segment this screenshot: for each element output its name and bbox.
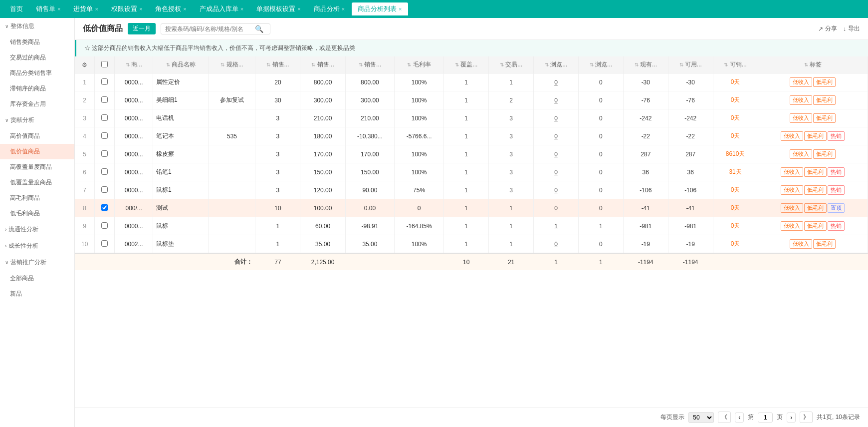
cell-checkbox[interactable] (95, 235, 115, 254)
nav-item-销售单[interactable]: 销售单× (30, 2, 66, 15)
close-icon[interactable]: × (183, 6, 186, 12)
row-checkbox[interactable] (101, 168, 108, 175)
col-header-tags[interactable]: ⇅ 标签 (758, 56, 868, 73)
row-checkbox[interactable] (101, 186, 108, 193)
sort-icon[interactable]: ⇅ (724, 62, 728, 67)
close-icon[interactable]: × (297, 6, 300, 12)
col-header-transaction[interactable]: ⇅ 交易... (489, 56, 534, 73)
sidebar-item-高价值商品[interactable]: 高价值商品 (0, 128, 74, 144)
nav-item-首页[interactable]: 首页 (4, 2, 29, 15)
nav-item-权限设置[interactable]: 权限设置× (105, 2, 148, 15)
row-checkbox[interactable] (101, 222, 108, 229)
sidebar-item-滞销序的商品[interactable]: 滞销序的商品 (0, 81, 74, 96)
col-header-code[interactable]: ⇅ 商... (115, 56, 153, 73)
row-checkbox[interactable] (101, 132, 108, 139)
sidebar-item-低覆盖量度商品[interactable]: 低覆盖量度商品 (0, 175, 74, 190)
col-header-browse2[interactable]: ⇅ 浏览... (578, 56, 623, 73)
nav-item-商品分析[interactable]: 商品分析× (308, 2, 351, 15)
sidebar-item-低价值商品[interactable]: 低价值商品 (0, 144, 74, 159)
cell-checkbox[interactable] (95, 127, 115, 145)
sidebar-item-低毛利商品[interactable]: 低毛利商品 (0, 206, 74, 221)
sidebar-section-整体信息[interactable]: ∨ 整体信息 (0, 18, 74, 34)
sort-icon[interactable]: ⇅ (266, 62, 270, 67)
close-icon[interactable]: × (139, 6, 142, 12)
sort-icon[interactable]: ⇅ (220, 62, 224, 67)
close-icon[interactable]: × (342, 6, 345, 12)
row-checkbox[interactable] (101, 114, 108, 121)
col-header-current_stock[interactable]: ⇅ 现有... (623, 56, 668, 73)
nav-item-进货单[interactable]: 进货单× (67, 2, 104, 15)
close-icon[interactable]: × (399, 6, 402, 12)
first-page-button[interactable]: 《 (718, 412, 731, 423)
sort-icon[interactable]: ⇅ (679, 62, 683, 67)
sort-icon[interactable]: ⇅ (407, 62, 411, 67)
cell-checkbox[interactable] (95, 91, 115, 109)
cell-checkbox[interactable] (95, 181, 115, 199)
close-icon[interactable]: × (240, 6, 243, 12)
search-input[interactable] (165, 25, 255, 32)
row-checkbox[interactable] (101, 78, 108, 85)
close-icon[interactable]: × (57, 6, 60, 12)
col-header-coverage[interactable]: ⇅ 覆盖... (444, 56, 489, 73)
sidebar-section-流通性分析[interactable]: › 流通性分析 (0, 221, 74, 238)
sidebar-section-成长性分析[interactable]: › 成长性分析 (0, 238, 74, 254)
col-header-sale_price[interactable]: ⇅ 销售... (300, 56, 345, 73)
sort-icon[interactable]: ⇅ (359, 62, 363, 67)
select-all-checkbox[interactable] (101, 61, 108, 67)
sort-icon[interactable]: ⇅ (126, 62, 130, 67)
nav-item-角色授权[interactable]: 角色授权× (149, 2, 192, 15)
browse-link[interactable]: 0 (554, 79, 558, 86)
sidebar-item-商品分类销售率[interactable]: 商品分类销售率 (0, 65, 74, 81)
col-header-sale_qty[interactable]: ⇅ 销售... (255, 56, 300, 73)
col-header-spec[interactable]: ⇅ 规格... (209, 56, 255, 73)
cell-checkbox[interactable] (95, 145, 115, 163)
sidebar-item-销售类商品[interactable]: 销售类商品 (0, 34, 74, 50)
sidebar-item-高毛利商品[interactable]: 高毛利商品 (0, 190, 74, 206)
col-header-name[interactable]: ⇅ 商品名称 (153, 56, 209, 73)
cell-checkbox[interactable] (95, 199, 115, 217)
sort-icon[interactable]: ⇅ (311, 62, 315, 67)
browse-link[interactable]: 1 (554, 223, 558, 230)
sort-icon[interactable]: ⇅ (500, 62, 504, 67)
col-header-settings[interactable]: ⚙ (75, 56, 95, 73)
col-header-sale_amount[interactable]: ⇅ 销售... (345, 56, 394, 73)
page-input[interactable] (758, 413, 773, 423)
settings-icon[interactable]: ⚙ (82, 61, 87, 68)
last-page-button[interactable]: 》 (800, 412, 813, 423)
sidebar-item-交易过的商品[interactable]: 交易过的商品 (0, 50, 74, 65)
browse-link[interactable]: 0 (554, 241, 558, 248)
sort-icon[interactable]: ⇅ (635, 62, 639, 67)
browse-link[interactable]: 0 (554, 133, 558, 140)
row-checkbox[interactable] (101, 96, 108, 103)
sidebar-item-高覆盖量度商品[interactable]: 高覆盖量度商品 (0, 159, 74, 175)
sidebar-item-全部商品[interactable]: 全部商品 (0, 271, 74, 286)
browse-link[interactable]: 0 (554, 205, 558, 212)
col-header-browse1[interactable]: ⇅ 浏览... (534, 56, 579, 73)
period-button[interactable]: 近一月 (128, 23, 156, 34)
search-icon[interactable]: 🔍 (255, 25, 263, 33)
sidebar-section-营销推广分析[interactable]: ∨ 营销推广分析 (0, 254, 74, 271)
sort-icon[interactable]: ⇅ (166, 62, 170, 67)
sidebar-item-新品[interactable]: 新品 (0, 286, 74, 302)
col-header-gross_margin[interactable]: ⇅ 毛利率 (395, 56, 444, 73)
row-checkbox[interactable] (101, 240, 108, 247)
browse-link[interactable]: 0 (554, 97, 558, 104)
per-page-select[interactable]: 5020100 (688, 412, 714, 423)
col-header-sellable[interactable]: ⇅ 可销... (713, 56, 758, 73)
browse-link[interactable]: 0 (554, 169, 558, 176)
sort-icon[interactable]: ⇅ (804, 62, 808, 67)
close-icon[interactable]: × (95, 6, 98, 12)
next-page-button[interactable]: › (787, 413, 796, 423)
browse-link[interactable]: 0 (554, 115, 558, 122)
sort-icon[interactable]: ⇅ (545, 62, 549, 67)
sidebar-item-库存资金占用[interactable]: 库存资金占用 (0, 96, 74, 112)
export-button[interactable]: ↓ 导出 (843, 24, 860, 33)
col-header-available[interactable]: ⇅ 可用... (668, 56, 713, 73)
sort-icon[interactable]: ⇅ (455, 62, 459, 67)
col-header-checkbox[interactable] (95, 56, 115, 73)
nav-item-产成品入库单[interactable]: 产成品入库单× (194, 2, 249, 15)
browse-link[interactable]: 0 (554, 187, 558, 194)
cell-checkbox[interactable] (95, 217, 115, 235)
nav-item-商品分析列表[interactable]: 商品分析列表× (352, 2, 408, 15)
cell-checkbox[interactable] (95, 73, 115, 91)
